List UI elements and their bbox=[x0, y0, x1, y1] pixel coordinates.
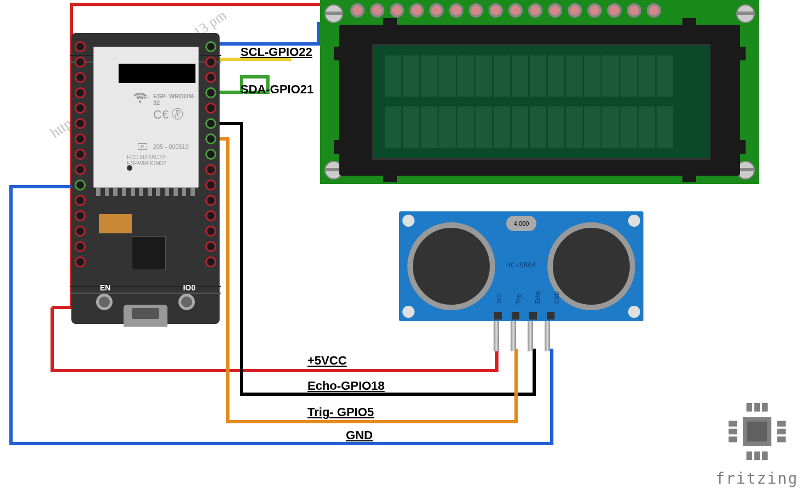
svg-rect-1 bbox=[747, 422, 766, 441]
esp32-pin bbox=[205, 210, 216, 221]
shield-bottom-pins bbox=[96, 188, 195, 198]
svg-rect-6 bbox=[754, 451, 759, 460]
hc-sr04-sensor: 4.000 HC-SR04 VCC Trig Echo GND bbox=[399, 211, 643, 321]
svg-rect-9 bbox=[729, 429, 737, 434]
label-vcc: +5VCC bbox=[307, 354, 347, 368]
sr04-pins-down bbox=[494, 321, 550, 351]
esp32-pin bbox=[75, 241, 86, 252]
esp32-pin bbox=[205, 118, 216, 129]
sr04-header bbox=[494, 312, 555, 320]
lcd-pins bbox=[350, 3, 661, 18]
esp32-pin bbox=[205, 180, 216, 191]
esp32-pin bbox=[75, 118, 86, 129]
svg-rect-2 bbox=[746, 403, 752, 412]
sr04-crystal: 4.000 bbox=[506, 216, 536, 231]
wifi-icon bbox=[132, 90, 148, 105]
esp32-pin bbox=[75, 256, 86, 267]
r-mark: R bbox=[138, 143, 147, 150]
sr04-transmitter bbox=[407, 222, 495, 310]
esp32-pin bbox=[75, 226, 86, 237]
esp32-pin bbox=[75, 164, 86, 175]
esp32-pin bbox=[75, 180, 86, 191]
svg-rect-7 bbox=[762, 451, 768, 460]
label-trig: Trig- GPIO5 bbox=[307, 405, 374, 419]
label-echo: Echo-GPIO18 bbox=[307, 379, 385, 393]
esp32-pin bbox=[75, 57, 86, 68]
esp32-pin bbox=[205, 72, 216, 83]
chip-icon bbox=[719, 396, 796, 467]
label-scl: SCL-GPIO22 bbox=[240, 45, 312, 59]
lcd-screw bbox=[324, 4, 343, 23]
sr04-name: HC-SR04 bbox=[506, 261, 536, 269]
label-gnd: GND bbox=[346, 428, 373, 443]
lcd-screw bbox=[736, 4, 755, 23]
esp32-pin bbox=[205, 149, 216, 160]
shield-cert: 205 - 000519 bbox=[153, 143, 189, 150]
label-sda: SDA-GPIO21 bbox=[240, 82, 313, 97]
esp32-pin bbox=[205, 57, 216, 68]
voltage-regulator bbox=[99, 214, 132, 233]
sr04-hole bbox=[628, 306, 640, 318]
esp32-shield: WiFi ESP- WROOM-32 C€ 🄬 R 205 - 000519 F… bbox=[93, 47, 199, 188]
esp32-pin bbox=[75, 41, 86, 52]
lcd-bezel bbox=[339, 25, 740, 176]
esp32-pin bbox=[75, 210, 86, 221]
lcd-screen bbox=[372, 44, 710, 160]
esp32-pin bbox=[75, 72, 86, 83]
sr04-hole bbox=[402, 215, 415, 227]
esp32-board: WiFi ESP- WROOM-32 C€ 🄬 R 205 - 000519 F… bbox=[71, 33, 220, 324]
sr04-pin-labels: VCC Trig Echo GND bbox=[495, 296, 561, 303]
ce-mark: C€ 🄬 bbox=[153, 108, 184, 122]
esp32-pin bbox=[205, 241, 216, 252]
en-label: EN bbox=[100, 283, 110, 292]
esp32-pin bbox=[205, 103, 216, 114]
usb-serial-chip bbox=[132, 236, 166, 270]
lcd-display bbox=[320, 0, 759, 184]
shield-fcc: FCC 9D:2AC72-ESPWROOM32 bbox=[127, 154, 198, 166]
diagram-canvas: https://microdigisoft.com - 12:13 pm WiF… bbox=[0, 0, 812, 504]
esp32-pin bbox=[75, 103, 86, 114]
svg-rect-11 bbox=[777, 421, 786, 427]
svg-rect-4 bbox=[762, 403, 768, 412]
esp32-pin bbox=[205, 195, 216, 206]
svg-rect-13 bbox=[777, 436, 786, 442]
fritzing-logo: fritzing bbox=[715, 396, 798, 488]
io0-label: IO0 bbox=[183, 283, 195, 292]
esp32-pin bbox=[205, 226, 216, 237]
svg-rect-10 bbox=[729, 436, 737, 442]
esp32-pin bbox=[75, 133, 86, 144]
esp32-pin bbox=[205, 87, 216, 98]
svg-rect-3 bbox=[754, 403, 759, 412]
esp32-pin bbox=[205, 256, 216, 267]
io0-button[interactable] bbox=[178, 294, 195, 310]
esp32-pin bbox=[75, 87, 86, 98]
wire-gnd-lcd bbox=[215, 22, 318, 44]
sr04-hole bbox=[402, 306, 415, 318]
en-button[interactable] bbox=[96, 294, 113, 310]
esp32-pin bbox=[75, 195, 86, 206]
esp32-pin bbox=[75, 149, 86, 160]
svg-rect-12 bbox=[777, 429, 786, 434]
esp32-pin bbox=[205, 41, 216, 52]
shield-name: ESP- WROOM-32 bbox=[153, 93, 198, 106]
micro-usb-port bbox=[124, 305, 167, 327]
sr04-hole bbox=[628, 215, 640, 227]
svg-rect-8 bbox=[729, 421, 737, 427]
esp32-pin bbox=[205, 164, 216, 175]
fritzing-text: fritzing bbox=[715, 469, 798, 488]
svg-rect-5 bbox=[746, 451, 752, 460]
esp32-pin bbox=[205, 133, 216, 144]
